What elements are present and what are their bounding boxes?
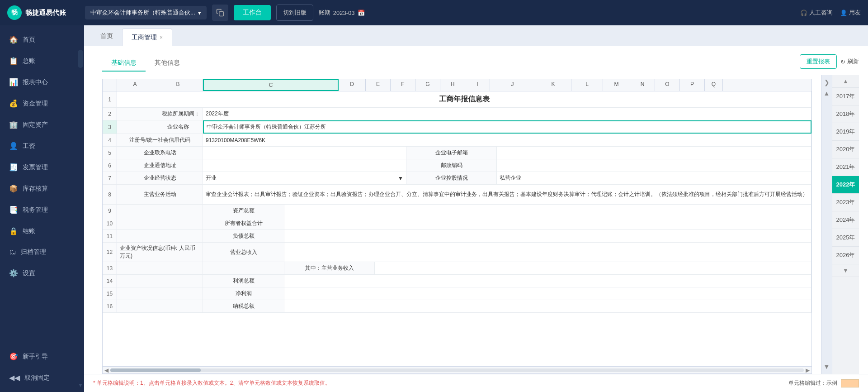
table-row: 2 税款所属期间： 2022年度 bbox=[103, 108, 811, 120]
year-item-2024[interactable]: 2024年 bbox=[832, 211, 859, 229]
h-scroll-track[interactable] bbox=[110, 368, 804, 372]
collapse-expand-icon[interactable]: ❯ bbox=[822, 77, 831, 88]
col-header-I[interactable]: I bbox=[465, 79, 490, 91]
col-header-Q[interactable]: Q bbox=[705, 79, 723, 91]
cell-5k[interactable] bbox=[497, 147, 811, 159]
spreadsheet-body: 1 工商年报信息表 2 税款所属期间： 2022年度 3 bbox=[103, 91, 811, 366]
col-header-P[interactable]: P bbox=[680, 79, 705, 91]
cell-12c[interactable] bbox=[284, 243, 811, 262]
col-header-C[interactable]: C bbox=[203, 79, 339, 91]
col-header-L[interactable]: L bbox=[571, 79, 603, 91]
year-scroll-up-arrow[interactable]: ▲ bbox=[832, 75, 859, 88]
h-scroll-right-arrow[interactable]: ▶ bbox=[806, 367, 810, 373]
cell-15c[interactable] bbox=[284, 287, 811, 300]
cell-3c[interactable]: 中审众环会计师事务所（特殊普通合伙）江苏分所 bbox=[203, 120, 811, 134]
sidebar-scroll-thumb[interactable] bbox=[78, 50, 83, 68]
sidebar-item-wage[interactable]: 👤 工资 bbox=[0, 135, 77, 157]
cell-6c[interactable] bbox=[203, 159, 406, 172]
cell-8c[interactable]: 审查企业会计报表；出具审计报告；验证企业资本；出具验资报告；办理企业合开、分立、… bbox=[203, 185, 811, 204]
service-button[interactable]: 🎧 人工咨询 bbox=[800, 9, 833, 17]
subtab-other[interactable]: 其他信息 bbox=[146, 55, 189, 72]
sidebar-item-fund[interactable]: 💰 资金管理 bbox=[0, 93, 77, 114]
sidebar-item-newbie[interactable]: 🎯 新手引导 bbox=[0, 346, 77, 367]
h-scroll-thumb[interactable] bbox=[110, 368, 201, 372]
tab-close-icon[interactable]: × bbox=[160, 34, 163, 41]
cell-16c[interactable] bbox=[284, 300, 811, 312]
sidebar-item-unpin[interactable]: ◀◀ 取消固定 bbox=[0, 367, 77, 388]
sidebar-item-archive[interactable]: 🗂 归档管理 bbox=[0, 242, 77, 263]
tab-home[interactable]: 首页 bbox=[91, 28, 122, 46]
row-num-12: 12 bbox=[103, 243, 117, 262]
workbench-button[interactable]: 工作台 bbox=[234, 5, 271, 20]
year-item-2018[interactable]: 2018年 bbox=[832, 105, 859, 123]
collapse-up-icon[interactable]: ▲ bbox=[822, 88, 832, 99]
col-header-E[interactable]: E bbox=[366, 79, 391, 91]
sidebar-item-report[interactable]: 📊 报表中心 bbox=[0, 72, 77, 93]
cell-4c[interactable]: 91320100MA208E5W6K bbox=[203, 134, 811, 146]
col-header-M[interactable]: M bbox=[603, 79, 630, 91]
cell-11c[interactable] bbox=[284, 230, 811, 242]
company-selector[interactable]: 中审众环会计师事务所（特殊普通合伙... ▾ bbox=[85, 6, 207, 19]
sidebar-item-ledger[interactable]: 📋 总账 bbox=[0, 50, 77, 72]
cell-2c[interactable]: 2022年度 bbox=[203, 108, 811, 120]
refresh-button[interactable]: ↻ 刷新 bbox=[840, 57, 859, 66]
settings-icon: ⚙️ bbox=[9, 269, 18, 277]
year-item-2023[interactable]: 2023年 bbox=[832, 194, 859, 211]
year-item-2025[interactable]: 2025年 bbox=[832, 229, 859, 247]
subtab-basic[interactable]: 基础信息 bbox=[102, 55, 146, 72]
col-header-B[interactable]: B bbox=[153, 79, 203, 91]
cell-7c[interactable]: 开业 ▼ bbox=[203, 172, 406, 184]
row-num-9: 9 bbox=[103, 205, 117, 217]
col-header-G[interactable]: G bbox=[415, 79, 440, 91]
right-panels: ❯ ▲ ▼ ▲ 2017年 2018年 2019年 2020年 2021年 20… bbox=[821, 75, 859, 374]
reset-report-button[interactable]: 重置报表 bbox=[800, 54, 837, 69]
toolbar-right: 重置报表 ↻ 刷新 bbox=[800, 54, 859, 69]
year-item-2020[interactable]: 2020年 bbox=[832, 141, 859, 158]
calendar-icon[interactable]: 📅 bbox=[358, 10, 365, 16]
sidebar-label-report: 报表中心 bbox=[23, 78, 48, 86]
sidebar-scroll-down-arrow[interactable]: ▼ bbox=[76, 380, 85, 390]
cell-14c[interactable] bbox=[284, 275, 811, 287]
cell-5c[interactable] bbox=[203, 147, 406, 159]
year-item-2021[interactable]: 2021年 bbox=[832, 158, 859, 176]
col-header-O[interactable]: O bbox=[655, 79, 680, 91]
sidebar-item-tax[interactable]: 📑 税务管理 bbox=[0, 199, 77, 220]
cell-7k[interactable]: 私营企业 bbox=[497, 172, 811, 184]
tab-bizmanage[interactable]: 工商管理 × bbox=[122, 29, 172, 46]
col-header-D[interactable]: D bbox=[339, 79, 366, 91]
year-scroll-down-arrow[interactable]: ▼ bbox=[832, 264, 859, 277]
copy-icon-btn[interactable] bbox=[212, 5, 228, 21]
cell-13c: 其中：主营业务收入 bbox=[284, 262, 375, 274]
sidebar-item-stock[interactable]: 📦 库存核算 bbox=[0, 178, 77, 199]
sidebar-item-settings[interactable]: ⚙️ 设置 bbox=[0, 263, 77, 284]
table-row: 8 主营业务活动 审查企业会计报表；出具审计报告；验证企业资本；出具验资报告；办… bbox=[103, 185, 811, 205]
year-item-2026[interactable]: 2026年 bbox=[832, 247, 859, 264]
user-button[interactable]: 👤 用友 bbox=[840, 9, 861, 17]
col-header-J[interactable]: J bbox=[490, 79, 535, 91]
sidebar-item-invoice[interactable]: 🧾 发票管理 bbox=[0, 157, 77, 178]
col-header-H[interactable]: H bbox=[440, 79, 465, 91]
col-header-N[interactable]: N bbox=[630, 79, 655, 91]
stock-icon: 📦 bbox=[9, 184, 18, 193]
cell-14a bbox=[117, 275, 203, 287]
sidebar-item-home[interactable]: 🏠 首页 bbox=[0, 29, 77, 50]
col-header-K[interactable]: K bbox=[535, 79, 571, 91]
cell-10b: 所有者权益合计 bbox=[203, 217, 284, 229]
col-header-F[interactable]: F bbox=[391, 79, 415, 91]
year-item-2022[interactable]: 2022年 bbox=[832, 176, 859, 194]
cell-16a bbox=[117, 300, 203, 312]
sidebar-item-assets[interactable]: 🏢 固定资产 bbox=[0, 114, 77, 135]
h-scroll-left-arrow[interactable]: ◀ bbox=[104, 367, 108, 373]
old-version-button[interactable]: 切到旧版 bbox=[276, 5, 313, 21]
sidebar-item-checkout[interactable]: 🔒 结账 bbox=[0, 220, 77, 242]
title-cell[interactable]: 工商年报信息表 bbox=[117, 91, 811, 107]
year-item-2019[interactable]: 2019年 bbox=[832, 123, 859, 141]
collapse-down-icon[interactable]: ▼ bbox=[822, 361, 832, 372]
col-header-A[interactable]: A bbox=[117, 79, 153, 91]
cell-10c[interactable] bbox=[284, 217, 811, 229]
cell-6k[interactable] bbox=[497, 159, 811, 172]
cell-13d[interactable] bbox=[375, 262, 811, 274]
wage-icon: 👤 bbox=[9, 142, 18, 150]
cell-9c[interactable] bbox=[284, 205, 811, 217]
year-item-2017[interactable]: 2017年 bbox=[832, 88, 859, 105]
